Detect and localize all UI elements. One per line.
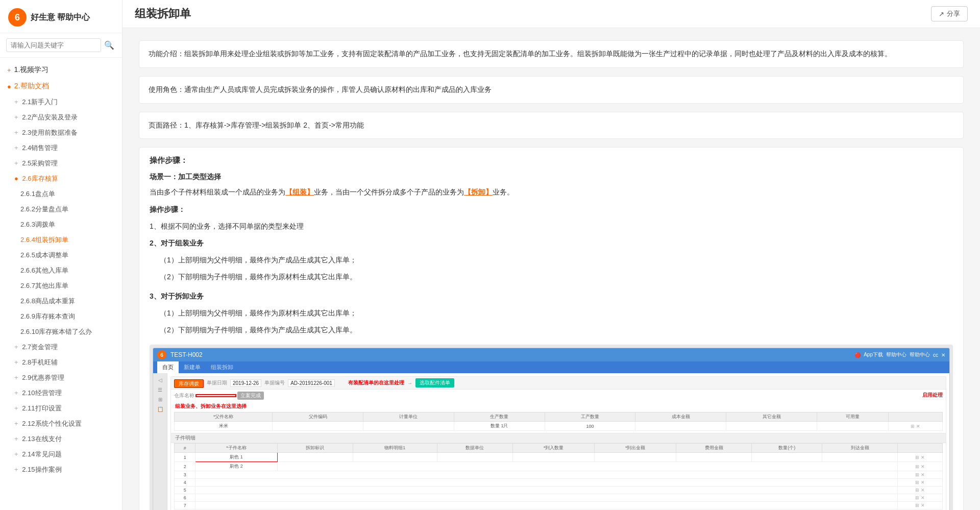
desc-box-2: 使用角色：通常由生产人员或库管人员完成拆装业务的操作，库管人员确认原材料的出库和…	[139, 76, 964, 104]
sidebar-item-inventory-query[interactable]: 2.6.9库存账本查询	[0, 309, 122, 324]
sidebar-item-purchase[interactable]: + 2.5采购管理	[0, 156, 122, 171]
nav-item-new: 新建单	[179, 361, 206, 373]
nav-section-header-videos[interactable]: + 1.视频学习	[0, 62, 122, 78]
upper-col-action	[889, 412, 943, 422]
upper-cell-avail	[817, 422, 889, 431]
sidebar-item-assembly[interactable]: 2.6.4组装拆卸单	[0, 232, 122, 248]
app-logo-icon: 6	[8, 8, 27, 27]
process-button[interactable]: 选取配件清单	[415, 378, 454, 387]
assembly-link[interactable]: 【组装】	[285, 188, 314, 196]
lower-col-qty: 数量(个)	[752, 444, 822, 453]
screenshot-nav: 自页 新建单 组装拆卸	[153, 361, 949, 373]
nav-item-assembly: 组装拆卸	[206, 361, 238, 373]
upper-cell-produce: 数量 1只	[454, 422, 545, 431]
search-button[interactable]: 🔍	[101, 38, 117, 52]
nav-expand-icon-videos: +	[7, 66, 11, 74]
warehouse-label: 仓库名称	[174, 392, 194, 399]
sidebar: 6 好生意 帮助中心 🔍 + 1.视频学习 ● 2.帮助文档 + 2.1新手入门	[0, 0, 122, 510]
share-icon: ↗	[939, 10, 944, 18]
expand-icon: +	[14, 159, 18, 167]
type-button[interactable]: 库存调拨	[174, 379, 204, 388]
form-header: 库存调拨 单据日期 2019-12-26 单据编号 AD-20191226-00…	[171, 377, 946, 390]
sidebar-item-ops[interactable]: + 2.10经营管理	[0, 385, 122, 401]
nav-section-header-docs[interactable]: ● 2.帮助文档	[0, 78, 122, 94]
screenshot-body: ◁ ☰ ⊞ 📋 库存调拨	[153, 373, 949, 510]
nav-item-home: 自页	[157, 361, 179, 373]
upper-table-container: *父件名称 父件编码 计量单位 生产数量 工产数量 成本金额 其它金额	[171, 412, 946, 433]
expand-icon: +	[14, 466, 18, 473]
sidebar-item-payment[interactable]: + 2.13在线支付	[0, 431, 122, 447]
lower-col-name: *子件名称	[195, 444, 277, 453]
sidebar-item-other-out[interactable]: 2.6.7其他出库单	[0, 278, 122, 294]
row3-seq: 3	[175, 471, 195, 479]
sidebar-item-cost-adjust[interactable]: 2.6.5成本调整单	[0, 248, 122, 263]
step3-list: （1）上部明细为父件明细，最终作为原材料生成其它出库单； （2）下部明细为子件明…	[150, 307, 953, 336]
warehouse-input[interactable]	[195, 394, 236, 397]
row1-detail	[353, 453, 437, 462]
confirm-button[interactable]: 立案完成	[237, 392, 264, 400]
sidebar-item-cases[interactable]: + 2.15操作案例	[0, 462, 122, 477]
order-value: AD-20191226-001	[288, 379, 335, 387]
row1-ops: ⊞ ✕	[898, 453, 943, 462]
lower-table-container: # *子件名称 拆卸标识 物料明细1 数据单位 *到入数量 *到出金额	[171, 443, 946, 510]
sidebar-item-faq[interactable]: + 2.14常见问题	[0, 447, 122, 462]
lower-col-ops	[898, 444, 943, 453]
nav-section-label-docs: 2.帮助文档	[14, 82, 49, 91]
expand-icon: +	[14, 420, 18, 427]
nav-expand-icon-docs: ●	[7, 83, 11, 90]
share-button[interactable]: ↗ 分享	[931, 6, 968, 21]
date-value: 2019-12-26	[230, 379, 261, 387]
form-section-main: 库存调拨 单据日期 2019-12-26 单据编号 AD-20191226-00…	[170, 376, 946, 510]
sidebar-item-print[interactable]: + 2.11打印设置	[0, 401, 122, 416]
expand-icon: +	[14, 343, 18, 351]
screenshot-sidebar: ◁ ☰ ⊞ 📋	[153, 373, 167, 510]
scenario1-desc: 当由多个子件材料组装成一个成品的业务为【组装】业务，当由一个父件拆分成多个子产品…	[150, 186, 953, 199]
sidebar-item-sales[interactable]: + 2.4销售管理	[0, 140, 122, 156]
warehouse-field: 仓库名称 立案完成	[174, 392, 264, 400]
sidebar-item-cost-recalc[interactable]: 2.6.8商品成本重算	[0, 294, 122, 309]
sidebar-item-adjust[interactable]: 2.6.3调拨单	[0, 217, 122, 232]
expand-icon: +	[14, 374, 18, 381]
screenshot-content: 库存调拨 单据日期 2019-12-26 单据编号 AD-20191226-00…	[167, 373, 949, 510]
annotation2: 启用处理	[922, 392, 943, 400]
type-selector-area: 库存调拨	[174, 379, 204, 387]
upper-cell-code	[273, 422, 363, 431]
sidebar-item-other-in[interactable]: 2.6.6其他入库单	[0, 263, 122, 278]
sidebar-item-install[interactable]: + 2.2产品安装及登录	[0, 110, 122, 125]
upper-col-code: 父件编码	[273, 412, 363, 422]
page-title: 组装拆卸单	[135, 6, 191, 21]
screenshot-titlebar: 6 TEST-H002 🔴 App下载 帮助中心 帮助中心 cc ✕	[153, 348, 949, 361]
sidebar-item-data-prep[interactable]: + 2.3使用前数据准备	[0, 125, 122, 140]
sidebar-item-inventory-error[interactable]: 2.6.10库存账本错了么办	[0, 324, 122, 339]
upper-col-available: 可用量	[817, 412, 889, 422]
row1-qty	[752, 453, 822, 462]
sidebar-item-fund[interactable]: + 2.7资金管理	[0, 339, 122, 355]
row2-ops: ⊞ ✕	[898, 462, 943, 471]
type-annotation-row: 组装业务、拆卸业务在这里选择	[171, 402, 946, 412]
sidebar-item-new-user[interactable]: + 2.1新手入门	[0, 94, 122, 110]
main-area: 组装拆卸单 ↗ 分享 功能介绍：组装拆卸单用来处理企业组装或拆卸等加工业务，支持…	[122, 0, 980, 510]
expand-icon: +	[14, 113, 18, 121]
step2-sub1: （1）上部明细为父件明细，最终作为产成品生成其它入库单；	[150, 254, 953, 266]
sidebar-item-mobile[interactable]: + 2.8手机旺辅	[0, 355, 122, 370]
search-input[interactable]	[6, 38, 101, 52]
nav-list: + 1.视频学习 ● 2.帮助文档 + 2.1新手入门 + 2.2产品安装及登录	[0, 58, 122, 510]
row1-in	[512, 453, 594, 462]
nav-section-videos: + 1.视频学习	[0, 62, 122, 78]
lower-table: # *子件名称 拆卸标识 物料明细1 数据单位 *到入数量 *到出金额	[174, 443, 943, 509]
sidebar-item-inventory[interactable]: ● 2.6库存核算	[0, 171, 122, 186]
desc3-text: 页面路径：1、库存核算->库存管理->组装拆卸单 2、首页->常用功能	[149, 121, 364, 129]
desc2-text: 使用角色：通常由生产人员或库管人员完成拆装业务的操作，库管人员确认原材料的出库和…	[149, 85, 492, 93]
disassembly-link[interactable]: 【拆卸】	[464, 188, 493, 196]
app-title: 好生意 帮助中心	[31, 12, 90, 23]
upper-cell-cost	[635, 422, 726, 431]
sidebar-item-custom[interactable]: + 2.12系统个性化设置	[0, 416, 122, 431]
lower-col-seq: #	[175, 444, 195, 453]
lower-col-detail: 物料明细1	[353, 444, 437, 453]
expand-icon: +	[14, 404, 18, 412]
row4-seq: 4	[175, 479, 195, 487]
sidebar-item-stocktaking[interactable]: 2.6.1盘点单	[0, 186, 122, 202]
sidebar-item-split-stocktaking[interactable]: 2.6.2分量盘点单	[0, 202, 122, 217]
sidebar-item-coupon[interactable]: + 2.9优惠券管理	[0, 370, 122, 385]
expand-icon: +	[14, 98, 18, 106]
